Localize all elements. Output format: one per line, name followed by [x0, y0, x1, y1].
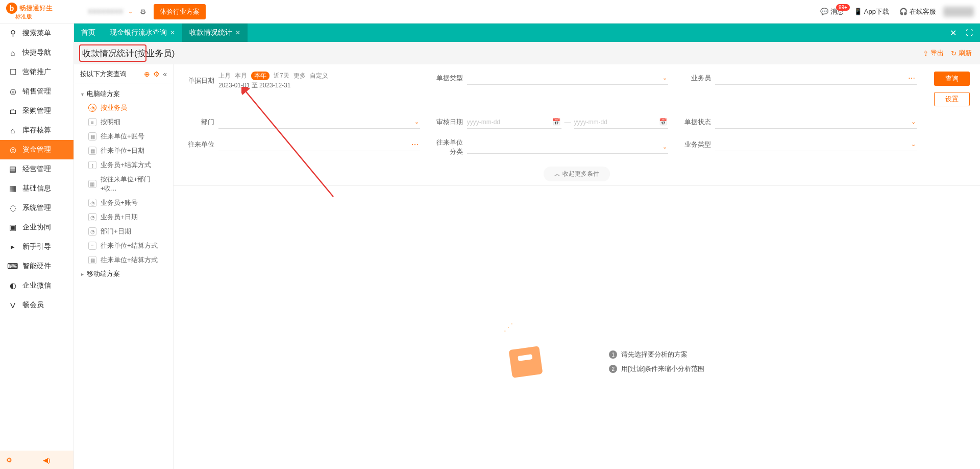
sidebar-item-5[interactable]: ⌂库存核算: [0, 121, 74, 140]
add-scheme-icon[interactable]: ⊕: [144, 70, 150, 78]
collapse-filters-button[interactable]: ︽ 收起更多条件: [544, 167, 610, 181]
scheme-item-icon: ▦: [88, 147, 96, 155]
audit-date-to[interactable]: yyyy-mm-dd📅: [574, 115, 669, 129]
chevron-down-icon: ⌄: [663, 144, 667, 150]
filter-doc-status[interactable]: 单据状态 ⌄: [680, 115, 917, 129]
date-quick-option[interactable]: 近7天: [274, 72, 289, 80]
sidebar-icon: ◎: [8, 87, 17, 96]
date-quick-option[interactable]: 更多: [293, 72, 306, 80]
date-quick-option[interactable]: 上月: [218, 72, 231, 80]
sidebar-item-10[interactable]: ▣企业协同: [0, 218, 74, 237]
scheme-item-0-1[interactable]: ≡按明细: [74, 115, 173, 129]
customer-service-button[interactable]: 🎧 在线客服: [896, 7, 939, 16]
fullscreen-icon[interactable]: ⛶: [966, 29, 973, 37]
scheme-group-0[interactable]: ▾电脑端方案: [74, 87, 173, 101]
scheme-item-0-5[interactable]: ▦按往来单位+部门+收...: [74, 172, 173, 196]
sidebar-icon: ▤: [8, 165, 17, 174]
app-download-button[interactable]: 📱 App下载: [851, 7, 892, 16]
scheme-group-1[interactable]: ▸移动端方案: [74, 267, 173, 280]
filter-business-type[interactable]: 业务类型 ⌄: [680, 138, 917, 151]
scheme-item-icon: ≡: [88, 118, 96, 126]
scheme-item-0-8[interactable]: ◔部门+日期: [74, 224, 173, 239]
user-avatar-blur[interactable]: [943, 7, 974, 17]
sound-icon[interactable]: ◀): [43, 456, 50, 464]
sidebar-item-14[interactable]: V畅会员: [0, 295, 74, 315]
sidebar-icon: ▣: [8, 223, 17, 232]
filter-grid: 单据日期 上月本月本年近7天更多自定义 2023-01-01 至 2023-12…: [174, 64, 980, 163]
company-name-blur[interactable]: XXXXXXXX: [88, 8, 123, 15]
result-area: ⋰ 1请先选择要分析的方案 2用[过滤]条件来缩小分析范围: [174, 186, 980, 469]
sidebar-item-7[interactable]: ▤经营管理: [0, 159, 74, 179]
sidebar-item-13[interactable]: ◐企业微信: [0, 276, 74, 295]
filter-audit-date: 审核日期 yyyy-mm-dd📅 — yyyy-mm-dd📅: [432, 115, 669, 129]
export-button[interactable]: ⇪导出: [923, 49, 944, 58]
messages-button[interactable]: 💬 消息 99+: [817, 7, 847, 16]
chevron-down-icon: ⌄: [911, 119, 916, 125]
edition-label: 标准版: [15, 13, 53, 20]
date-quick-option[interactable]: 本年: [251, 72, 270, 80]
date-quick-option[interactable]: 本月: [235, 72, 247, 80]
sidebar-icon: ☐: [8, 67, 17, 77]
sidebar-item-0[interactable]: ⚲搜索菜单: [0, 24, 74, 43]
scheme-item-0-7[interactable]: ◔业务员+日期: [74, 210, 173, 224]
scheme-item-0-4[interactable]: ⫿业务员+结算方式: [74, 158, 173, 172]
scheme-item-0-2[interactable]: ▦往来单位+账号: [74, 129, 173, 144]
sidebar-item-1[interactable]: ⌂快捷导航: [0, 43, 74, 62]
gear-icon[interactable]: ⚙: [6, 456, 12, 464]
sidebar-item-12[interactable]: ⌨智能硬件: [0, 256, 74, 276]
calendar-icon: 📅: [659, 118, 667, 126]
sidebar-item-3[interactable]: ◎销售管理: [0, 82, 74, 101]
chevron-up-icon: ︽: [554, 170, 560, 177]
top-header: b 畅捷通好生 标准版 XXXXXXXX ⌄ ⚙ 体验行业方案 💬 消息 99+…: [0, 0, 980, 24]
industry-plan-button[interactable]: 体验行业方案: [154, 4, 206, 19]
tabs-right-actions: ✕ ⛶: [950, 28, 980, 38]
close-icon[interactable]: ✕: [170, 29, 175, 36]
tab-2[interactable]: 收款情况统计✕: [182, 24, 248, 42]
scheme-item-0-10[interactable]: ▦往来单位+结算方式: [74, 253, 173, 267]
sidebar-item-8[interactable]: ▦基础信息: [0, 179, 74, 198]
scheme-item-icon: ◔: [88, 213, 96, 221]
scheme-item-icon: ▦: [88, 132, 96, 140]
filter-doc-type[interactable]: 单据类型 ⌄: [432, 72, 669, 85]
gear-icon[interactable]: ⚙: [140, 8, 146, 16]
scheme-item-icon: ≡: [88, 242, 96, 250]
top-right-menu: 💬 消息 99+ 📱 App下载 🎧 在线客服: [817, 7, 974, 17]
close-all-icon[interactable]: ✕: [950, 28, 957, 38]
scheme-item-0-6[interactable]: ◔业务员+账号: [74, 196, 173, 210]
page-actions: ⇪导出 ↻刷新: [923, 49, 972, 58]
sidebar-item-9[interactable]: ◌系统管理: [0, 198, 74, 218]
filter-settings-button[interactable]: 设置: [934, 92, 970, 106]
headset-icon: 🎧: [899, 8, 908, 15]
sidebar-item-4[interactable]: 🗀采购管理: [0, 101, 74, 121]
chevron-down-icon[interactable]: ⌄: [128, 8, 133, 15]
date-quick-option[interactable]: 自定义: [310, 72, 328, 80]
refresh-button[interactable]: ↻刷新: [951, 49, 972, 58]
filter-sales-person[interactable]: 业务员 ⋯: [680, 72, 917, 85]
close-icon[interactable]: ✕: [235, 29, 240, 36]
tab-0[interactable]: 首页: [74, 24, 103, 42]
filter-partner-category[interactable]: 往来单位分类 ⌄: [432, 138, 669, 156]
sidebar-item-2[interactable]: ☐营销推广: [0, 62, 74, 82]
arrow-right-icon: ▸: [81, 271, 84, 277]
audit-date-from[interactable]: yyyy-mm-dd📅: [467, 115, 561, 129]
filter-department[interactable]: 部门 ⌄: [184, 115, 420, 129]
search-button[interactable]: 查询: [934, 72, 970, 86]
sidebar-item-6[interactable]: ◎资金管理: [0, 140, 74, 159]
sidebar-icon: ⌨: [8, 262, 17, 271]
scheme-settings-icon[interactable]: ⚙: [153, 70, 160, 78]
scheme-item-0-0[interactable]: ◔按业务员: [74, 101, 173, 115]
filter-panel: 单据日期 上月本月本年近7天更多自定义 2023-01-01 至 2023-12…: [174, 64, 980, 469]
tabs-bar: 首页现金银行流水查询✕收款情况统计✕ ✕ ⛶: [74, 24, 980, 42]
step-2: 2用[过滤]条件来缩小分析范围: [609, 364, 704, 373]
scheme-item-0-9[interactable]: ≡往来单位+结算方式: [74, 239, 173, 253]
tab-1[interactable]: 现金银行流水查询✕: [103, 24, 182, 42]
sidebar-item-11[interactable]: ▸新手引导: [0, 237, 74, 256]
sidebar-icon: ◌: [8, 203, 17, 213]
scheme-item-0-3[interactable]: ▦往来单位+日期: [74, 144, 173, 158]
chevron-down-icon: ⌄: [911, 141, 916, 148]
collapse-panel-icon[interactable]: «: [163, 70, 167, 78]
filter-partner[interactable]: 往来单位 ⋯: [184, 138, 420, 151]
scheme-item-icon: ◔: [88, 104, 96, 112]
scheme-item-icon: ⫿: [88, 161, 96, 169]
page-title-bar: 收款情况统计(按业务员) ⇪导出 ↻刷新: [74, 42, 980, 64]
